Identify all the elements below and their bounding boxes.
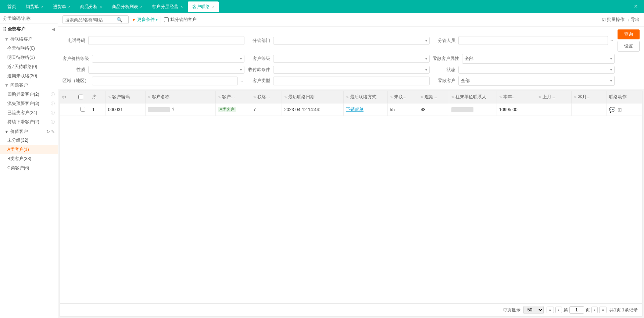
col-checkbox[interactable] [76, 91, 90, 103]
sidebar-item-tomorrow[interactable]: 明天待联络(1) [0, 53, 58, 62]
nav-customer-contact-close[interactable]: × [212, 5, 214, 9]
filter-select-customer-level[interactable]: ▾ [273, 55, 429, 63]
col-last-contact-method[interactable]: ⇅ 最后联络方式 [343, 91, 387, 103]
app-close-button[interactable]: × [631, 1, 641, 12]
sidebar-item-7days[interactable]: 近7天待联络(0) [0, 62, 58, 71]
filter-input-customer-type[interactable] [273, 77, 429, 85]
sidebar-item-overdue[interactable]: 逾期未联络(30) [0, 71, 58, 81]
nav-tab-customer-ops[interactable]: 客户分层经营 × [147, 1, 187, 12]
sidebar-all-customers[interactable]: ⠿ 全部客户 ◀ [0, 24, 58, 35]
page-number-input[interactable] [569, 306, 584, 314]
settings-button[interactable]: 设置 [618, 41, 640, 52]
my-customers-checkbox[interactable] [164, 17, 169, 22]
row-seq: 1 [92, 107, 95, 112]
export-btn[interactable]: ↓ 导出 [627, 17, 640, 23]
next-page-btn[interactable]: › [591, 307, 598, 313]
filter-select-retail-attr[interactable]: 全部 ▾ [462, 54, 615, 64]
col-this-year[interactable]: ⇅ 本年... [497, 91, 536, 103]
col-contact-person[interactable]: ⇅ 往来单位联系人 [449, 91, 497, 103]
edit-icon[interactable]: ✎ [51, 129, 55, 134]
sidebar-item-churn-warning[interactable]: 流失预警客户(3) ⓘ [0, 99, 58, 108]
query-button[interactable]: 查询 [618, 29, 640, 39]
nav-sales-label: 销货单 [26, 4, 39, 10]
sidebar-item-churned[interactable]: 已流失客户(24) ⓘ [0, 108, 58, 117]
col-no-contact-days[interactable]: ⇅ 未联... [387, 91, 418, 103]
filter-search-box: 🔍 [62, 15, 129, 24]
sidebar-item-today[interactable]: 今天待联络(0) [0, 44, 58, 53]
my-customers-checkbox-label[interactable]: 我分管的客户 [164, 17, 197, 23]
triangle-icon-2: ▼ [4, 83, 9, 88]
filter-select-price-level[interactable]: ▾ [92, 55, 244, 63]
col-type-sort: ⇅ [218, 95, 221, 99]
nav-purchase-close[interactable]: × [68, 5, 71, 9]
filter-select-nature[interactable]: ▾ [88, 66, 244, 74]
top-nav-bar: 首页 销货单 × 进货单 × 商品分析 × 商品分析列表 × 客户分层经营 × … [0, 0, 644, 13]
sidebar-item-declining[interactable]: 持续下滑客户(2) ⓘ [0, 117, 58, 127]
col-code-sort: ⇅ [108, 95, 111, 99]
refresh-icon[interactable]: ↻ [46, 129, 50, 134]
prev-page-btn[interactable]: ‹ [555, 307, 562, 313]
nav-tab-analysis[interactable]: 商品分析 × [76, 1, 107, 12]
chat-icon[interactable]: 💬 [609, 107, 615, 113]
batch-ops-btn[interactable]: ☑ 批量操作 [602, 17, 625, 23]
col-overdue[interactable]: ⇅ 逾期... [418, 91, 449, 103]
nav-customer-ops-close[interactable]: × [180, 5, 183, 9]
filter-select-retail-customer[interactable]: 全部 ▾ [458, 76, 615, 86]
col-last-contact-date[interactable]: ⇅ 最后联络日期 [282, 91, 344, 103]
row-last-method[interactable]: 下销货单 [346, 107, 364, 112]
row-checkbox[interactable] [80, 107, 85, 112]
last-page-btn[interactable]: » [599, 307, 607, 313]
sidebar-item-repurchase-label: 回购异常客户(2) [7, 91, 51, 98]
sidebar-search-box[interactable]: 🔍 [0, 13, 58, 24]
filter-more-btn[interactable]: ▼ 更多条件 ▾ [132, 17, 158, 23]
col-contact-count[interactable]: ⇅ 联络... [251, 91, 282, 103]
filter-search-icon[interactable]: 🔍 [117, 17, 122, 22]
select-all-checkbox[interactable] [78, 95, 83, 99]
filter-input-region[interactable] [92, 77, 238, 85]
col-seq: 序 [90, 91, 105, 103]
nav-tab-purchase[interactable]: 进货单 × [49, 1, 75, 12]
nav-tab-customer-contact[interactable]: 客户联络 × [188, 1, 219, 12]
sidebar-collapse-icon[interactable]: ◀ [52, 27, 55, 31]
sidebar-item-class-a[interactable]: A类客户(1) [0, 145, 58, 154]
row-name-cell[interactable]: ？ [145, 103, 216, 116]
sidebar-value-group-label[interactable]: ▼ 价值客户 ↻ ✎ [0, 127, 58, 136]
filter-input-phone[interactable] [88, 36, 244, 45]
filter-select-status[interactable]: ▾ [458, 66, 615, 74]
filter-input-manager[interactable] [458, 36, 608, 45]
filter-select-payment[interactable]: ▾ [273, 66, 429, 74]
qr-icon[interactable]: ⊞ [618, 107, 622, 113]
sidebar-search-input[interactable] [3, 16, 58, 21]
per-page-select[interactable]: 50 100 200 [523, 306, 544, 314]
filter-select-dept[interactable]: ▾ [273, 37, 429, 45]
nav-analysis-close[interactable]: × [100, 5, 102, 9]
sidebar-item-class-c[interactable]: C类客户(6) [0, 163, 58, 173]
triangle-icon: ▼ [4, 37, 9, 42]
first-page-btn[interactable]: « [547, 307, 554, 313]
col-last-month[interactable]: ⇅ 上月... [536, 91, 572, 103]
region-dots[interactable]: ··· [238, 78, 244, 84]
row-code-cell[interactable]: 000031 [106, 103, 146, 116]
col-gear[interactable]: ⚙ [60, 91, 76, 103]
sidebar-item-repurchase-abnormal[interactable]: 回购异常客户(2) ⓘ [0, 90, 58, 99]
nav-tab-analysis-list[interactable]: 商品分析列表 × [107, 1, 147, 12]
col-this-month[interactable]: ⇅ 本月... [572, 91, 607, 103]
nav-sales-close[interactable]: × [41, 5, 43, 9]
nav-tab-sales[interactable]: 销货单 × [21, 1, 48, 12]
nav-analysis-list-close[interactable]: × [140, 5, 143, 9]
sidebar-problem-group-label[interactable]: ▼ 问题客户 [0, 81, 58, 90]
col-customer-type[interactable]: ⇅ 客户... [216, 91, 251, 103]
nav-tab-home[interactable]: 首页 [3, 1, 21, 12]
filter-search-input[interactable] [65, 17, 117, 22]
sidebar-pending-group-label[interactable]: ▼ 待联络客户 [0, 35, 58, 44]
table-scroll-area[interactable]: ⚙ 序 [60, 91, 642, 303]
col-name[interactable]: ⇅ 客户名称 [145, 91, 216, 103]
sidebar-item-unclassified[interactable]: 未分组(32) [0, 136, 58, 145]
gear-icon[interactable]: ⚙ [62, 95, 66, 100]
manager-dots[interactable]: ··· [608, 38, 615, 43]
col-code[interactable]: ⇅ 客户编码 [106, 91, 146, 103]
row-last-method-cell[interactable]: 下销货单 [343, 103, 387, 116]
row-gear-cell[interactable] [60, 103, 76, 116]
sidebar-item-class-b[interactable]: B类客户(33) [0, 154, 58, 163]
row-checkbox-cell[interactable] [76, 103, 90, 116]
